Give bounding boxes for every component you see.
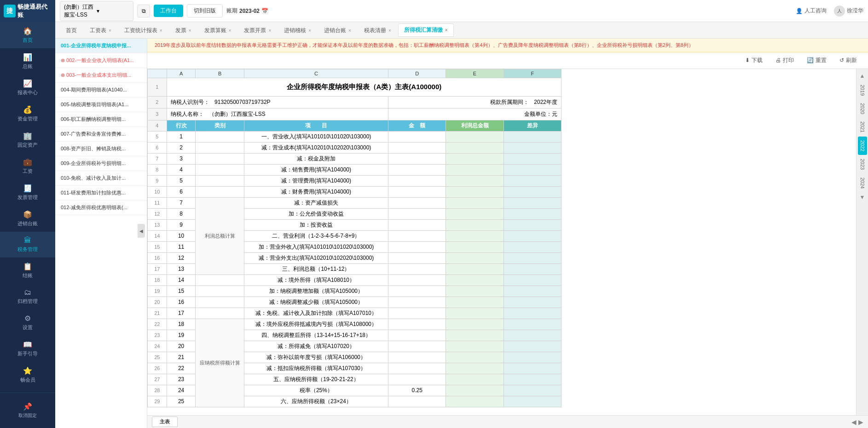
bottom-scroll: ◀ ▶ (851, 418, 863, 426)
right-panel: 2019年度步及取以前年度结转数据的申报表单元格需要手工维护正确，才能保证本年及… (147, 39, 868, 428)
sidebar-item-fixed[interactable]: 🏢 固定资产 (0, 127, 55, 153)
left-panel-item-011[interactable]: 011-研发费用加计扣除优惠... (55, 186, 147, 200)
tab-check-label: 进销稽核 (284, 27, 306, 34)
sidebar-item-ledger[interactable]: 📊 总账 (0, 48, 55, 74)
tab-ledger[interactable]: 进销台账 × (318, 24, 357, 37)
tab-tax-book[interactable]: 税表清册 × (358, 24, 397, 37)
tab-payroll-stat-close[interactable]: × (160, 28, 162, 33)
home-icon: 🏠 (23, 27, 32, 35)
table-container[interactable]: A B C D E F (147, 69, 856, 416)
sidebar-item-closing-label: 结账 (23, 272, 33, 279)
taxpayer-id-cell: 纳税人识别号： 91320500703719732P (167, 96, 388, 108)
left-panel-collapse-btn[interactable]: ◀ (138, 224, 145, 238)
sidebar-item-capital[interactable]: 💰 资金管理 (0, 101, 55, 127)
tab-invoice-calc[interactable]: 发票算账 × (198, 24, 237, 37)
tab-income-tax[interactable]: 所得税汇算清缴 × (398, 23, 454, 37)
ai-consult[interactable]: 👤 人工咨询 (796, 7, 827, 15)
currency-cell: 金额单位：元 (388, 108, 561, 120)
tab-home[interactable]: 首页 (60, 24, 83, 37)
left-panel-item-008[interactable]: 008-资产折旧、摊销及纳税... (55, 142, 147, 156)
sidebar-item-capital-label: 资金管理 (17, 115, 38, 122)
sidebar-bottom: 📌 取消固定 (0, 393, 55, 428)
unpin-icon: 📌 (23, 402, 32, 411)
year-nav-up[interactable]: ▲ (858, 71, 867, 81)
tab-bar: 首页 工资表 × 工资统计报表 × 发票 × 发票算账 × 发票开票 × (55, 22, 868, 39)
sidebar-item-guide[interactable]: 📖 新手引导 (0, 336, 55, 362)
bottom-tab-main[interactable]: 主表 (152, 417, 178, 427)
tab-invoice-calc-close[interactable]: × (229, 28, 231, 33)
year-nav-2023[interactable]: 2023 (858, 155, 867, 173)
col-header-category: 类别 (196, 120, 244, 131)
year-nav-2021[interactable]: 2021 (858, 118, 867, 136)
sidebar-item-guide-label: 新手引导 (17, 350, 38, 357)
payroll-icon: 💼 (23, 158, 32, 166)
tab-check[interactable]: 进销稽核 × (278, 24, 317, 37)
left-panel-item-009-label: 009-企业所得税补亏损明细... (61, 160, 126, 166)
left-panel-item-010-label: 010-免税、减计收入及加计... (61, 175, 126, 181)
left-panel-item-001[interactable]: 001-企业所得税年度纳税申报... (55, 39, 147, 53)
left-panel-item-009[interactable]: 009-企业所得税补亏损明细... (55, 156, 147, 171)
year-nav: ▲ 2019 2020 2021 2022 2023 2024 ▼ (856, 69, 868, 416)
tab-payroll[interactable]: 工资表 × (84, 24, 117, 37)
sidebar-item-unpin[interactable]: 📌 取消固定 (0, 398, 55, 423)
sidebar-item-purchase[interactable]: 📦 进销台账 (0, 205, 55, 232)
error-icon-003: ⊗ (61, 72, 66, 78)
print-button[interactable]: 🖨 打印 (772, 55, 798, 66)
copy-icon[interactable]: ⧉ (137, 5, 150, 17)
left-panel-item-010[interactable]: 010-免税、减计收入及加计... (55, 171, 147, 186)
left-panel-item-007[interactable]: 007-广告费和业务宣传费摊... (55, 127, 147, 142)
year-nav-2022[interactable]: 2022 (858, 137, 867, 155)
table-row: 5 1 一、营业收入(填写A101010\101020\103000) (148, 131, 561, 142)
left-panel-item-004[interactable]: 004-期间费用明细表(A1040... (55, 83, 147, 97)
left-panel-item-003[interactable]: ⊗ 003-一般企业成本支出明细... (55, 68, 147, 83)
sidebar-item-member[interactable]: ⭐ 畅会员 (0, 362, 55, 388)
left-panel-item-006[interactable]: 006-职工薪酬纳税调整明细... (55, 112, 147, 127)
period-label: 账期 2023-02 📅 (226, 7, 268, 15)
sidebar-item-closing[interactable]: 📋 结账 (0, 257, 55, 284)
reset-button[interactable]: 🔄 重置 (803, 55, 830, 66)
tab-check-close[interactable]: × (308, 28, 311, 33)
year-nav-2020[interactable]: 2020 (858, 99, 867, 118)
sidebar-item-home[interactable]: 🏠 首页 (0, 22, 55, 48)
error-icon-002: ⊗ (61, 57, 66, 63)
sidebar-item-settings[interactable]: ⚙ 设置 (0, 309, 55, 336)
left-panel-item-012[interactable]: 012-减免所得税优惠明细表(... (55, 200, 147, 215)
company-name: (勿删）江西服宝-LSS (64, 3, 97, 19)
tab-payroll-stat-label: 工资统计报表 (124, 27, 157, 34)
tab-payroll-stat[interactable]: 工资统计报表 × (118, 24, 168, 37)
sidebar-item-report[interactable]: 📈 报表中心 (0, 74, 55, 101)
year-nav-down[interactable]: ▼ (858, 192, 867, 202)
tab-invoice-close[interactable]: × (189, 28, 191, 33)
tab-invoice-open-close[interactable]: × (268, 28, 271, 33)
tab-invoice[interactable]: 发票 × (169, 24, 197, 37)
tab-invoice-open[interactable]: 发票开票 × (238, 24, 277, 37)
left-panel-item-002[interactable]: ⊗ 002-一般企业收入明细表(A1... (55, 53, 147, 68)
scroll-right-icon[interactable]: ▶ (858, 418, 863, 426)
year-nav-2024[interactable]: 2024 (858, 174, 867, 192)
left-panel-item-005[interactable]: 005-纳税调整项目明细表(A1... (55, 97, 147, 112)
sidebar-item-invoice[interactable]: 🧾 发票管理 (0, 179, 55, 205)
user-info[interactable]: 人 徐滢华 (834, 6, 863, 17)
bottom-bar: 主表 ◀ ▶ (147, 415, 868, 428)
sidebar-nav: 🏠 首页 📊 总账 📈 报表中心 💰 资金管理 🏢 固定资产 💼 工资 (0, 22, 55, 393)
row-2-num: 2 (148, 96, 167, 108)
download-button[interactable]: ⬇ 下载 (741, 55, 766, 66)
col-header-item: 项 目 (244, 120, 388, 131)
switch-old-button[interactable]: 切到旧版 (187, 4, 223, 17)
year-nav-2019[interactable]: 2019 (858, 81, 867, 99)
sidebar-item-archive[interactable]: 🗂 归档管理 (0, 284, 55, 309)
scroll-left-icon[interactable]: ◀ (851, 418, 856, 426)
sidebar-item-payroll[interactable]: 💼 工资 (0, 153, 55, 179)
col-header-c: C (244, 69, 388, 78)
refresh-button[interactable]: ↺ 刷新 (836, 55, 861, 66)
top-bar-right: 👤 人工咨询 人 徐滢华 (796, 6, 863, 17)
tab-ledger-close[interactable]: × (348, 28, 351, 33)
sidebar-item-tax[interactable]: 🏛 税务管理 (0, 232, 55, 257)
taxpayer-name-cell: 纳税人名称： （勿删）江西服宝-LSS (167, 108, 388, 120)
ai-icon: 👤 (796, 8, 803, 14)
tab-income-tax-close[interactable]: × (445, 28, 448, 33)
tab-payroll-close[interactable]: × (109, 28, 111, 33)
tab-tax-book-close[interactable]: × (388, 28, 391, 33)
company-selector[interactable]: (勿删）江西服宝-LSS ▾ (60, 1, 133, 21)
workbench-button[interactable]: 工作台 (154, 5, 183, 17)
